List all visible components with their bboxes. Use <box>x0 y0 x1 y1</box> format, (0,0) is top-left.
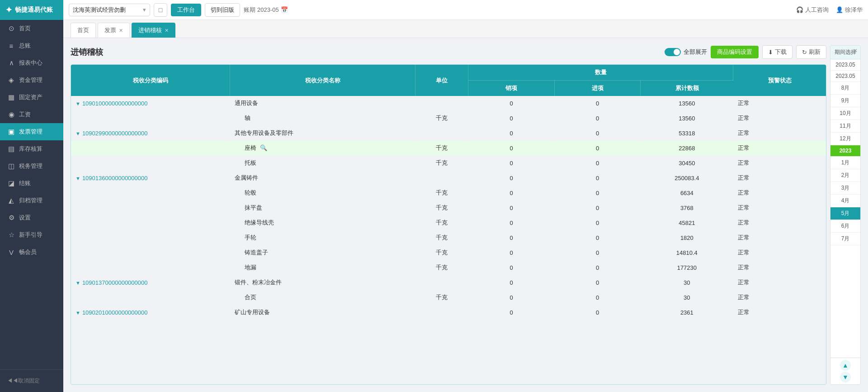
tab-reconcile-close-icon[interactable]: ✕ <box>165 28 169 33</box>
period-item[interactable]: 1月 <box>830 157 860 169</box>
calendar-icon[interactable]: 📅 <box>281 6 288 13</box>
product-code-button[interactable]: 商品编码设置 <box>711 46 759 58</box>
table-row[interactable]: 地漏千克00177230正常 <box>71 260 826 275</box>
sidebar-item-label: 资金管理 <box>19 76 42 84</box>
tab-reconcile[interactable]: 进销稽核 ✕ <box>132 23 175 38</box>
collapse-icon[interactable]: ▼ <box>75 131 80 136</box>
period-item[interactable]: 4月 <box>830 195 860 207</box>
status-badge: 正常 <box>733 141 826 156</box>
user-profile[interactable]: 👤 徐泽华 <box>836 6 863 14</box>
unit-value <box>415 305 468 320</box>
sidebar-item-label: 设置 <box>19 214 31 222</box>
right-panel: 期间选择 ✕ 2023.052023.058月9月10月11月12月20231月… <box>830 45 861 385</box>
archive-icon: ◭ <box>7 196 15 205</box>
period-item[interactable]: 8月 <box>830 82 860 95</box>
search-icon[interactable]: 🔍 <box>260 144 267 151</box>
period-item[interactable]: 2月 <box>830 169 860 182</box>
period-item[interactable]: 9月 <box>830 95 860 107</box>
data-table-wrapper: 税收分类编码 税收分类名称 单位 数量 预警状态 销项 进项 累计数额 <box>71 64 826 385</box>
tab-home[interactable]: 首页 <box>71 23 96 38</box>
collapse-icon[interactable]: ▼ <box>75 176 80 181</box>
sales-value: 0 <box>468 305 554 320</box>
sidebar-item-invoice[interactable]: ▣ 发票管理 <box>0 123 63 140</box>
period-item[interactable]: 10月 <box>830 107 860 120</box>
download-icon: ⬇ <box>768 49 773 56</box>
table-row[interactable]: 铸造盖子千克0014810.4正常 <box>71 245 826 260</box>
tab-invoice[interactable]: 发票 ✕ <box>98 23 130 38</box>
table-row[interactable]: 手轮千克001820正常 <box>71 230 826 245</box>
tax-name-value: 铸造盖子 <box>230 245 415 260</box>
sidebar-item-tax[interactable]: ◫ 税务管理 <box>0 158 63 175</box>
panel-close-icon[interactable]: ✕ <box>851 47 859 55</box>
table-row[interactable]: 轴千克0013560正常 <box>71 111 826 126</box>
period-item[interactable]: 5月 <box>830 207 860 220</box>
expand-toggle[interactable]: 全部展开 <box>665 48 707 56</box>
total-value: 250083.4 <box>641 171 733 186</box>
collapse-icon[interactable]: ▼ <box>75 280 80 286</box>
table-row[interactable]: 抹平盘千克003768正常 <box>71 201 826 215</box>
sidebar-item-inventory[interactable]: ▤ 库存核算 <box>0 140 63 158</box>
sidebar-item-guide[interactable]: ☆ 新手引导 <box>0 226 63 244</box>
status-badge: 正常 <box>733 186 826 201</box>
purchase-value: 0 <box>554 126 640 141</box>
sales-value: 0 <box>468 111 554 126</box>
table-row[interactable]: 轮毂千克006634正常 <box>71 186 826 201</box>
ledger-icon: ≡ <box>7 42 15 50</box>
support-button[interactable]: 🎧 人工咨询 <box>796 6 829 14</box>
company-selector[interactable]: 沈海英测试经营勿删 ▾ <box>69 4 150 16</box>
workbench-button[interactable]: 工作台 <box>171 4 201 16</box>
toggle-switch[interactable] <box>665 48 681 56</box>
switch-version-button[interactable]: 切到旧版 <box>205 3 240 17</box>
pin-button[interactable]: ◀◀取消固定 <box>0 373 63 388</box>
table-row[interactable]: ▼10901000000000000000通用设备0013560正常 <box>71 96 826 111</box>
unit-value <box>415 126 468 141</box>
collapse-icon[interactable]: ▼ <box>75 310 80 316</box>
table-row[interactable]: ▼10901370000000000000锻件、粉末冶金件0030正常 <box>71 275 826 290</box>
tax-name-value: 金属铸件 <box>230 171 415 186</box>
period-nav-up-button[interactable]: ▲ <box>840 360 851 371</box>
table-row[interactable]: 座椅🔍千克0022868正常 <box>71 141 826 156</box>
sidebar-item-settings[interactable]: ⚙ 设置 <box>0 209 63 226</box>
table-row[interactable]: ▼10901360000000000000金属铸件00250083.4正常 <box>71 171 826 186</box>
sidebar-item-ledger[interactable]: ≡ 总账 <box>0 37 63 54</box>
status-badge: 正常 <box>733 260 826 275</box>
collapse-icon[interactable]: ▼ <box>75 101 80 106</box>
period-item[interactable]: 2023.05 <box>830 59 860 71</box>
tax-name-value: 地漏 <box>230 260 415 275</box>
total-value: 30 <box>641 290 733 305</box>
topbar-right: 🎧 人工咨询 👤 徐泽华 <box>796 6 863 14</box>
sidebar-item-payroll[interactable]: ◉ 工资 <box>0 106 63 123</box>
sidebar-item-assets[interactable]: ▦ 固定资产 <box>0 89 63 106</box>
period-item[interactable]: 2023 <box>830 145 860 157</box>
sidebar-item-closing[interactable]: ◪ 结账 <box>0 175 63 192</box>
purchase-value: 0 <box>554 141 640 156</box>
table-row[interactable]: 托板千克0030450正常 <box>71 156 826 171</box>
total-value: 30 <box>641 275 733 290</box>
save-icon-button[interactable]: □ <box>154 3 167 17</box>
refresh-button[interactable]: ↻ 刷新 <box>796 45 826 59</box>
period-item[interactable]: 12月 <box>830 133 860 145</box>
table-row[interactable]: ▼10902990000000000000其他专用设备及零部件0053318正常 <box>71 126 826 141</box>
period-item[interactable]: 6月 <box>830 220 860 233</box>
period-item[interactable]: 2023.05 <box>830 71 860 82</box>
table-row[interactable]: ▼10902010000000000000矿山专用设备002361正常 <box>71 305 826 320</box>
period-item[interactable]: 3月 <box>830 182 860 195</box>
sales-value: 0 <box>468 171 554 186</box>
unit-value: 千克 <box>415 290 468 305</box>
sidebar-item-home[interactable]: ⊙ 首页 <box>0 20 63 37</box>
download-button[interactable]: ⬇ 下载 <box>762 45 793 59</box>
sidebar-item-member[interactable]: V 畅会员 <box>0 244 63 261</box>
th-warning: 预警状态 <box>733 65 826 96</box>
sidebar-item-reports[interactable]: ∧ 报表中心 <box>0 54 63 72</box>
dropdown-arrow-icon: ▾ <box>143 6 146 13</box>
table-row[interactable]: 绝缘导线壳千克0045821正常 <box>71 215 826 230</box>
sidebar-item-archive[interactable]: ◭ 归档管理 <box>0 192 63 209</box>
period-nav-down-button[interactable]: ▼ <box>840 372 851 382</box>
tab-invoice-close-icon[interactable]: ✕ <box>119 28 123 33</box>
sidebar-item-funds[interactable]: ◈ 资金管理 <box>0 72 63 89</box>
period-item[interactable]: 7月 <box>830 233 860 245</box>
table-row[interactable]: 合页千克0030正常 <box>71 290 826 305</box>
unit-value: 千克 <box>415 201 468 215</box>
period-item[interactable]: 11月 <box>830 120 860 133</box>
purchase-value: 0 <box>554 96 640 111</box>
